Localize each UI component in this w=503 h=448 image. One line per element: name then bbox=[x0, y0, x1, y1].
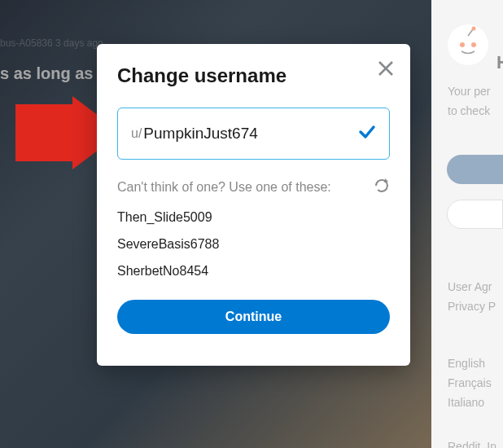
change-username-modal: Change username u/ Can't think of one? U… bbox=[97, 44, 410, 366]
suggestion-item[interactable]: SevereBasis6788 bbox=[117, 237, 390, 252]
svg-marker-8 bbox=[384, 178, 388, 182]
modal-backdrop-light bbox=[431, 0, 503, 448]
modal-title: Change username bbox=[117, 64, 390, 87]
refresh-suggestions-button[interactable] bbox=[374, 178, 390, 197]
suggestion-prompt: Can't think of one? Use one of these: bbox=[117, 180, 331, 195]
suggestion-item[interactable]: SherbetNo8454 bbox=[117, 264, 390, 279]
valid-checkmark-icon bbox=[358, 123, 376, 144]
suggestions-list: Then_Slide5009 SevereBasis6788 SherbetNo… bbox=[117, 210, 390, 279]
username-prefix: u/ bbox=[131, 126, 142, 141]
username-input[interactable] bbox=[143, 125, 358, 143]
continue-button[interactable]: Continue bbox=[117, 300, 390, 334]
refresh-icon bbox=[374, 178, 390, 194]
username-field[interactable]: u/ bbox=[117, 108, 390, 160]
close-icon bbox=[378, 60, 394, 77]
suggestion-item[interactable]: Then_Slide5009 bbox=[117, 210, 390, 225]
suggestion-prompt-row: Can't think of one? Use one of these: bbox=[117, 178, 390, 197]
close-button[interactable] bbox=[378, 60, 394, 80]
